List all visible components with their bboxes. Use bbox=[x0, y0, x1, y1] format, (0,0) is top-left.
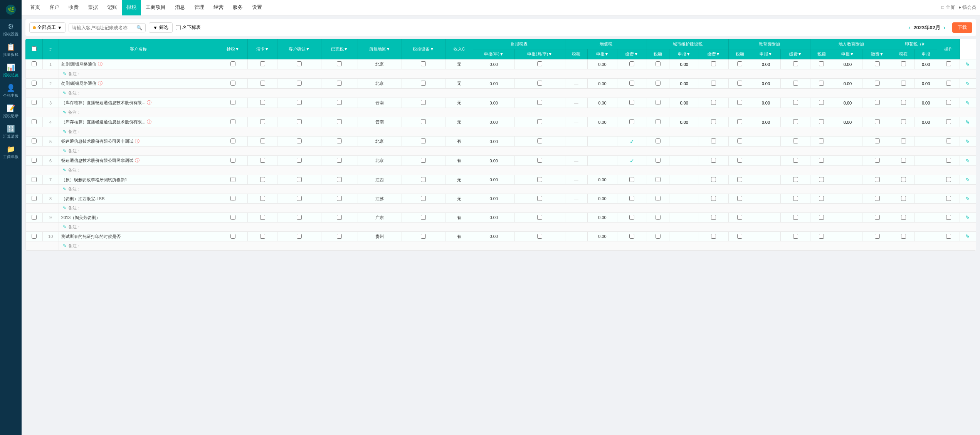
row-checkbox[interactable] bbox=[32, 119, 37, 124]
vat-paid-check[interactable] bbox=[656, 158, 661, 163]
tax-device-check[interactable] bbox=[421, 61, 426, 66]
sidebar-item-batch-tax[interactable]: 📋 批量报税 bbox=[0, 40, 22, 60]
sidebar-item-settlement[interactable]: 🔢 汇算清缴 bbox=[0, 121, 22, 142]
remark-edit-icon[interactable]: ✎ bbox=[63, 91, 66, 95]
edit-icon[interactable]: ✎ bbox=[965, 119, 970, 125]
employee-select[interactable]: 全部员工 ▼ bbox=[29, 22, 66, 33]
confirm-check[interactable] bbox=[297, 215, 302, 220]
filed-check[interactable] bbox=[337, 234, 342, 239]
vat-paid-check[interactable] bbox=[656, 196, 661, 201]
tax-copy-check[interactable] bbox=[230, 100, 235, 105]
confirm-check[interactable] bbox=[297, 61, 302, 66]
nav-receipt[interactable]: 票据 bbox=[83, 0, 103, 15]
local-edu-filed-check[interactable] bbox=[875, 81, 880, 86]
fullscreen-btn[interactable]: □ 全屏 bbox=[941, 4, 955, 11]
local-edu-paid-check[interactable] bbox=[901, 234, 906, 239]
city-paid-check[interactable] bbox=[737, 100, 742, 105]
edit-icon[interactable]: ✎ bbox=[965, 214, 970, 221]
confirm-check[interactable] bbox=[297, 158, 302, 163]
th-vat-paid[interactable]: 缴费▼ bbox=[617, 49, 647, 59]
clear-card-check[interactable] bbox=[260, 119, 265, 124]
edu-filed-check[interactable] bbox=[793, 196, 798, 201]
th-filed[interactable]: 已完税▼ bbox=[321, 39, 358, 59]
filter-button[interactable]: ▼ 筛选 bbox=[149, 22, 173, 33]
nav-management[interactable]: 管理 bbox=[190, 0, 209, 15]
row-checkbox[interactable] bbox=[32, 100, 37, 105]
edu-filed-check[interactable] bbox=[793, 119, 798, 124]
local-edu-filed-check[interactable] bbox=[875, 158, 880, 163]
city-filed-check[interactable] bbox=[711, 234, 716, 239]
stamp-filed-check[interactable] bbox=[946, 61, 951, 66]
th-local-edu-filed[interactable]: 申报▼ bbox=[833, 49, 862, 59]
edu-paid-check[interactable] bbox=[819, 119, 824, 124]
edu-paid-check[interactable] bbox=[819, 177, 824, 182]
local-edu-paid-check[interactable] bbox=[901, 158, 906, 163]
remark-edit-icon[interactable]: ✎ bbox=[63, 187, 66, 191]
fin-year-check[interactable] bbox=[537, 119, 542, 124]
name-tag-input[interactable] bbox=[176, 25, 181, 30]
select-all-checkbox[interactable] bbox=[32, 46, 37, 51]
clear-card-check[interactable] bbox=[260, 177, 265, 182]
clear-card-check[interactable] bbox=[260, 81, 265, 86]
vat-paid-check[interactable] bbox=[656, 100, 661, 105]
local-edu-paid-check[interactable] bbox=[901, 61, 906, 66]
th-city-filed[interactable]: 申报▼ bbox=[669, 49, 699, 59]
vat-filed-check[interactable] bbox=[629, 61, 634, 66]
th-edu-filed[interactable]: 申报▼ bbox=[751, 49, 781, 59]
local-edu-filed-check[interactable] bbox=[875, 138, 880, 143]
fin-year-check[interactable] bbox=[537, 215, 542, 220]
edu-filed-check[interactable] bbox=[793, 138, 798, 143]
nav-bookkeeping[interactable]: 记账 bbox=[103, 0, 122, 15]
confirm-check[interactable] bbox=[297, 234, 302, 239]
nav-home[interactable]: 首页 bbox=[25, 0, 45, 15]
stamp-filed-check[interactable] bbox=[946, 119, 951, 124]
tax-copy-check[interactable] bbox=[230, 119, 235, 124]
fin-year-check[interactable] bbox=[537, 138, 542, 143]
error-icon[interactable]: ⓘ bbox=[147, 100, 151, 105]
row-checkbox[interactable] bbox=[32, 196, 37, 201]
member-btn[interactable]: ♦ 畅会员 bbox=[959, 4, 976, 11]
local-edu-paid-check[interactable] bbox=[901, 177, 906, 182]
filed-check[interactable] bbox=[337, 61, 342, 66]
tax-copy-check[interactable] bbox=[230, 234, 235, 239]
local-edu-filed-check[interactable] bbox=[875, 215, 880, 220]
download-button[interactable]: 下载 bbox=[952, 22, 972, 33]
remark-edit-icon[interactable]: ✎ bbox=[63, 206, 66, 210]
tax-copy-check[interactable] bbox=[230, 215, 235, 220]
edu-paid-check[interactable] bbox=[819, 100, 824, 105]
tax-device-check[interactable] bbox=[421, 177, 426, 182]
edu-filed-check[interactable] bbox=[793, 158, 798, 163]
confirm-check[interactable] bbox=[297, 138, 302, 143]
city-paid-check[interactable] bbox=[737, 177, 742, 182]
filed-check[interactable] bbox=[337, 100, 342, 105]
vat-filed-check[interactable] bbox=[629, 177, 634, 182]
tax-copy-check[interactable] bbox=[230, 177, 235, 182]
search-input[interactable] bbox=[72, 25, 135, 30]
confirm-check[interactable] bbox=[297, 196, 302, 201]
stamp-filed-check[interactable] bbox=[946, 100, 951, 105]
edu-filed-check[interactable] bbox=[793, 61, 798, 66]
city-filed-check[interactable] bbox=[711, 81, 716, 86]
nav-business[interactable]: 工商项目 bbox=[141, 0, 170, 15]
edit-icon[interactable]: ✎ bbox=[965, 196, 970, 202]
vat-paid-check[interactable] bbox=[656, 138, 661, 143]
vat-paid-check[interactable] bbox=[656, 177, 661, 182]
tax-copy-check[interactable] bbox=[230, 61, 235, 66]
row-checkbox[interactable] bbox=[32, 61, 37, 66]
city-filed-check[interactable] bbox=[711, 61, 716, 66]
local-edu-filed-check[interactable] bbox=[875, 119, 880, 124]
edu-filed-check[interactable] bbox=[793, 234, 798, 239]
clear-card-check[interactable] bbox=[260, 138, 265, 143]
nav-fee[interactable]: 收费 bbox=[64, 0, 83, 15]
vat-filed-check[interactable] bbox=[629, 119, 634, 124]
th-city-paid[interactable]: 缴费▼ bbox=[699, 49, 729, 59]
stamp-filed-check[interactable] bbox=[946, 138, 951, 143]
city-paid-check[interactable] bbox=[737, 215, 742, 220]
local-edu-filed-check[interactable] bbox=[875, 177, 880, 182]
city-filed-check[interactable] bbox=[711, 177, 716, 182]
vat-filed-check[interactable] bbox=[629, 196, 634, 201]
error-icon[interactable]: ⓘ bbox=[135, 138, 140, 144]
edu-filed-check[interactable] bbox=[793, 215, 798, 220]
stamp-filed-check[interactable] bbox=[946, 158, 951, 163]
tax-device-check[interactable] bbox=[421, 100, 426, 105]
